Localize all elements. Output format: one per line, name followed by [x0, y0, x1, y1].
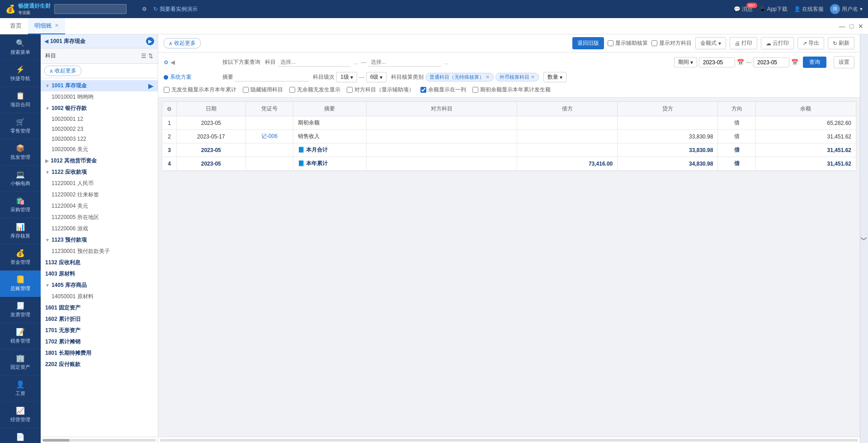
- tree-item-1405[interactable]: ▼ 1405 库存商品: [41, 280, 158, 291]
- tag1-close-btn[interactable]: ✕: [486, 74, 490, 80]
- tree-item-11230001[interactable]: 11230001 预付款款美子: [41, 246, 158, 257]
- expand-more-btn[interactable]: ∧ 收起更多: [44, 66, 81, 76]
- show-aux-checkbox[interactable]: 显示辅助核算: [608, 39, 648, 47]
- filter-subject-dots[interactable]: ...: [354, 59, 358, 66]
- account-arrow-btn[interactable]: ▶: [146, 37, 154, 45]
- sidebar-item-tax[interactable]: 📝 税务管理: [0, 323, 41, 349]
- query-btn[interactable]: 查询: [803, 57, 826, 68]
- tree-item-1602[interactable]: 1602 累计折旧: [41, 314, 158, 325]
- tree-item-1601[interactable]: 1601 固定资产: [41, 302, 158, 314]
- show-aux-input[interactable]: [608, 40, 613, 46]
- tab-close-btn[interactable]: ✕: [55, 23, 59, 29]
- topbar-settings-btn[interactable]: ⚙: [139, 5, 150, 13]
- checkbox-no-balance[interactable]: 无余额无发生显示: [289, 86, 340, 94]
- filter-period-end[interactable]: [753, 57, 789, 67]
- topbar-messages-btn[interactable]: 💬 消息 99+: [734, 5, 753, 13]
- filter-level-to[interactable]: 6级 ▾: [366, 72, 387, 82]
- sidebar-item-ecommerce[interactable]: 💻 小畅电商: [0, 166, 41, 192]
- tree-item-11220004[interactable]: 11220004 美元: [41, 200, 158, 212]
- topbar-search-box[interactable]: [54, 4, 136, 14]
- sidebar-item-fund[interactable]: 💰 资金管理: [0, 244, 41, 271]
- tree-item-1002[interactable]: ▼ 1002 银行存款: [41, 103, 158, 114]
- sidebar-item-retail[interactable]: 🛒 零售管理: [0, 113, 41, 139]
- sidebar-item-project[interactable]: 📋 项目合同: [0, 87, 41, 113]
- filter-scheme-btn[interactable]: ∧ 收起更多: [164, 38, 201, 48]
- filter-subject-dots2[interactable]: ...: [444, 59, 448, 66]
- tree-item-1132[interactable]: 1132 应收利息: [41, 257, 158, 268]
- sidebar-item-assets[interactable]: 🏢 固定资产: [0, 349, 41, 376]
- show-contra-checkbox[interactable]: 显示对方科目: [651, 39, 692, 47]
- sidebar-item-ledger[interactable]: 📒 总账管理: [0, 271, 41, 297]
- checkbox-hide-aux[interactable]: 隐藏辅用科目: [243, 86, 283, 94]
- tree-item-1702[interactable]: 1702 累计摊销: [41, 336, 158, 348]
- tag2-close-btn[interactable]: ✕: [531, 74, 535, 80]
- left-panel-scrollbar[interactable]: [41, 437, 158, 443]
- opening-show-input[interactable]: [472, 87, 478, 93]
- contra-show-input[interactable]: [347, 87, 353, 93]
- amount-style-btn[interactable]: 金额式 ▾: [695, 37, 726, 49]
- checkbox-no-occur[interactable]: 无发生额显示本月本年累计: [164, 86, 236, 94]
- sidebar-item-search[interactable]: 🔍 搜索菜单: [0, 34, 41, 61]
- tree-item-1123[interactable]: ▼ 1123 预付款项: [41, 234, 158, 246]
- table-scrollbar[interactable]: [158, 437, 860, 443]
- sidebar-item-report[interactable]: 📄 小畅报销: [0, 428, 41, 443]
- tree-item-11220005[interactable]: 11220005 所在地区: [41, 212, 158, 223]
- filter-period-select[interactable]: 期间 ▾: [674, 57, 697, 67]
- tree-item-10020001[interactable]: 10020001 12: [41, 114, 158, 124]
- filter-subject-input[interactable]: [278, 58, 351, 67]
- left-panel-expand-icon[interactable]: ⇅: [148, 52, 153, 59]
- cloud-print-btn[interactable]: ☁ 云打印: [761, 37, 794, 49]
- filter-type-tag-2[interactable]: 外币核算科目 ✕: [495, 73, 539, 81]
- tree-item-1012[interactable]: ▶ 1012 其他货币资金: [41, 155, 158, 167]
- topbar-demo-link[interactable]: ↻ 我要看实例演示: [153, 5, 198, 13]
- print-btn[interactable]: 🖨 打印: [730, 37, 757, 49]
- sidebar-item-payroll[interactable]: 👤 工资: [0, 376, 41, 402]
- calendar-icon-end[interactable]: 📅: [791, 59, 798, 66]
- export-btn[interactable]: ↗ 导出: [797, 37, 824, 49]
- tree-item-1801[interactable]: 1801 长期待摊费用: [41, 348, 158, 359]
- filter-settings-btn[interactable]: 设置: [834, 56, 854, 68]
- sidebar-item-inventory[interactable]: 📊 库存核算: [0, 218, 41, 244]
- filter-subject-input2[interactable]: [368, 58, 441, 67]
- tree-item-1403[interactable]: 1403 原材料: [41, 268, 158, 280]
- tab-home[interactable]: 首页: [4, 18, 28, 34]
- sidebar-item-quick[interactable]: ⚡ 快捷导航: [0, 61, 41, 87]
- tree-item-10020002[interactable]: 10020002 23: [41, 124, 158, 134]
- tree-item-2202[interactable]: 2202 应付账款: [41, 359, 158, 370]
- sidebar-item-wholesale[interactable]: 📦 批发管理: [0, 139, 41, 166]
- scheme-config-btn[interactable]: ⚙: [164, 59, 169, 66]
- row2-voucher[interactable]: 记-006: [245, 130, 293, 143]
- topbar-app-download-btn[interactable]: 📱 App下载: [759, 5, 788, 13]
- no-occur-input[interactable]: [164, 87, 170, 93]
- tab-minimize-btn[interactable]: —: [838, 22, 846, 31]
- scheme-collapse-btn[interactable]: ◀: [170, 59, 175, 66]
- filter-level-from[interactable]: 1级 ▾: [336, 72, 357, 82]
- topbar-user-menu[interactable]: 用 用户名 ▾: [830, 4, 863, 14]
- left-panel-list-icon[interactable]: ☰: [141, 52, 146, 59]
- checkbox-balance-one-col[interactable]: 余额显示在一列: [420, 86, 466, 94]
- tree-item-10020003[interactable]: 10020003 122: [41, 134, 158, 144]
- hide-aux-input[interactable]: [243, 87, 249, 93]
- sidebar-item-operation[interactable]: 📈 经营管理: [0, 402, 41, 428]
- tab-ledger[interactable]: 明细账 ✕: [28, 18, 65, 34]
- tree-item-11220002[interactable]: 11220002 往来标签: [41, 189, 158, 200]
- topbar-search-input[interactable]: [54, 4, 127, 14]
- tree-item-1122[interactable]: ▼ 1122 应收款项: [41, 167, 158, 178]
- filter-type-tag-1[interactable]: 普通科目（无特殊核算） ✕: [425, 73, 494, 81]
- tree-item-10010001[interactable]: 10010001 哟哟哟: [41, 91, 158, 103]
- topbar-online-service-btn[interactable]: 👤 在线客服: [794, 5, 824, 13]
- tree-item-1701[interactable]: 1701 无形资产: [41, 325, 158, 336]
- tree-item-14050001[interactable]: 14050001 原材料: [41, 291, 158, 302]
- balance-one-col-input[interactable]: [420, 87, 426, 93]
- no-balance-input[interactable]: [289, 87, 295, 93]
- tab-close-window-btn[interactable]: ✕: [857, 22, 864, 31]
- col-gear[interactable]: ⚙: [162, 102, 177, 116]
- show-contra-input[interactable]: [651, 40, 657, 46]
- tree-item-10020006[interactable]: 10020006 美元: [41, 144, 158, 155]
- checkbox-contra-show[interactable]: 对方科目（显示辅助项）: [347, 86, 414, 94]
- filter-period-start[interactable]: [699, 57, 735, 67]
- voucher-link-2[interactable]: 记-006: [261, 133, 278, 139]
- filter-summary-input[interactable]: [235, 73, 308, 81]
- selected-account[interactable]: ◀ 1001 库存现金: [44, 38, 146, 45]
- calendar-icon-start[interactable]: 📅: [737, 59, 744, 66]
